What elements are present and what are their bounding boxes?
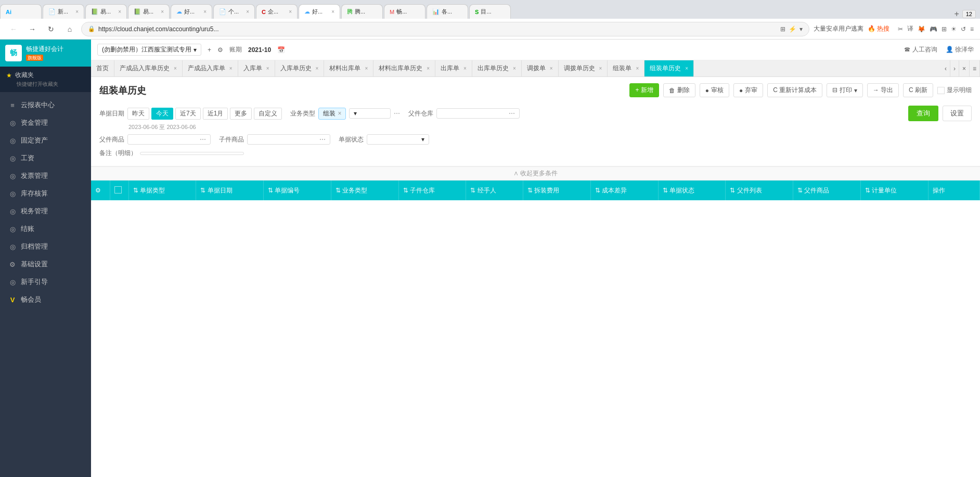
th-bill-date[interactable]: ⇅ 单据日期 [196, 181, 264, 200]
tab-assembly[interactable]: 组装单 × [608, 60, 644, 77]
th-parent-goods[interactable]: ⇅ 父件商品 [793, 181, 861, 200]
tab-close-icon[interactable]: × [599, 66, 602, 71]
th-bill-type[interactable]: ⇅ 单据类型 [128, 181, 196, 200]
new-tab-icon[interactable]: + [954, 9, 959, 19]
tab-ai[interactable]: Ai [0, 4, 42, 19]
dropdown-icon[interactable]: ▾ [800, 25, 803, 33]
child-goods-input[interactable]: ⋯ [247, 134, 330, 145]
abandon-button[interactable]: ● 弃审 [733, 83, 763, 97]
scissors-icon[interactable]: ✂ [898, 25, 903, 33]
tab-out-bill[interactable]: 出库单 × [435, 60, 472, 77]
sidebar-item-tax[interactable]: ◎ 税务管理 [0, 202, 91, 220]
set-button[interactable]: 设置 [943, 106, 972, 121]
recalc-button[interactable]: C 重新计算成本 [767, 83, 822, 97]
th-child-warehouse[interactable]: ⇅ 子件仓库 [398, 181, 466, 200]
new-button[interactable]: + 新增 [629, 83, 659, 97]
tab-more-menu[interactable]: ≡ [970, 60, 980, 77]
translate-icon[interactable]: 译 [907, 24, 913, 33]
nav-refresh[interactable]: ↻ [44, 22, 58, 36]
audit-button[interactable]: ● 审核 [700, 83, 729, 97]
tab-yi1[interactable]: 📗易...× [85, 4, 127, 19]
sun-icon[interactable]: ☀ [951, 25, 957, 33]
print-button[interactable]: ⊟ 打印 ▾ [827, 83, 862, 97]
user-avatar[interactable]: 👤 徐泽华 [946, 45, 974, 54]
tab-teng[interactable]: 腾腾... [341, 4, 383, 19]
nav-forward[interactable]: → [25, 22, 40, 36]
tab-qi[interactable]: C企...× [256, 4, 298, 19]
th-settings[interactable]: ⚙ [91, 181, 110, 200]
sidebar-item-invoice[interactable]: ◎ 发票管理 [0, 167, 91, 185]
child-goods-more-icon[interactable]: ⋯ [319, 136, 326, 143]
tab-scroll-right[interactable]: › [950, 60, 959, 77]
sidebar-item-salary[interactable]: ◎ 工资 [0, 149, 91, 167]
sidebar-item-inventory[interactable]: ◎ 库存核算 [0, 185, 91, 202]
delete-button[interactable]: 🗑 删除 [663, 83, 695, 97]
display-toggle[interactable]: 显示明细 [937, 86, 972, 95]
table-settings-icon[interactable]: ⚙ [95, 187, 101, 194]
select-all-checkbox[interactable] [114, 186, 122, 194]
bill-status-select[interactable]: ▾ [367, 134, 429, 145]
date-btn-yesterday[interactable]: 昨天 [127, 108, 149, 120]
collapse-bar[interactable]: ∧ 收起更多条件 [91, 166, 980, 181]
biz-type-select[interactable]: ▾ [349, 108, 391, 119]
tab-hao2[interactable]: ☁好...× [299, 4, 340, 19]
parent-goods-more-icon[interactable]: ⋯ [200, 136, 206, 143]
tab-in-bill[interactable]: 入库单 × [238, 60, 275, 77]
sidebar-item-member[interactable]: V 畅会员 [0, 291, 91, 308]
game-icon[interactable]: 🎮 [930, 25, 937, 33]
sidebar-item-archive[interactable]: ◎ 归档管理 [0, 238, 91, 255]
nav-back[interactable]: ← [6, 22, 21, 36]
date-btn-today[interactable]: 今天 [151, 108, 173, 120]
tab-ge[interactable]: 📄个...× [213, 4, 255, 19]
tab-ge2[interactable]: 📊各... [427, 4, 468, 19]
biz-type-tag-close[interactable]: × [338, 110, 341, 117]
sidebar-item-settlement[interactable]: ◎ 结账 [0, 220, 91, 238]
tab-chang[interactable]: M畅... [384, 4, 425, 19]
date-btn-custom[interactable]: 自定义 [254, 108, 282, 120]
note-input[interactable] [140, 152, 244, 155]
address-bar[interactable]: 🔒 https://cloud.chanjet.com/accounting/u… [81, 22, 809, 36]
th-parent-list[interactable]: ⇅ 父件列表 [726, 181, 793, 200]
biz-type-more[interactable]: ⋯ [394, 110, 400, 117]
tab-scroll-left[interactable]: ‹ [942, 60, 950, 77]
calendar-icon[interactable]: 📅 [277, 46, 285, 54]
tab-close-icon[interactable]: × [427, 66, 430, 71]
tab-close-icon[interactable]: × [685, 66, 688, 71]
tab-close-icon[interactable]: × [463, 66, 467, 71]
company-selector[interactable]: (勿删勿禁用）江西服宝测试专用 ▾ [97, 44, 201, 56]
date-btn-7days[interactable]: 近7天 [175, 108, 201, 120]
undo-icon[interactable]: ↺ [961, 25, 966, 33]
th-bill-no[interactable]: ⇅ 单据编号 [264, 181, 331, 200]
tab-yi2[interactable]: 📗易...× [128, 4, 170, 19]
th-unit[interactable]: ⇅ 计量单位 [860, 181, 928, 200]
date-btn-more[interactable]: 更多 [230, 108, 252, 120]
add-company-icon[interactable]: + [208, 46, 211, 54]
th-biz-type[interactable]: ⇅ 业务类型 [331, 181, 398, 200]
export-button[interactable]: → 导出 [867, 83, 899, 97]
tab-close-icon[interactable]: × [550, 66, 553, 71]
tab-close-icon[interactable]: × [229, 66, 233, 71]
parent-goods-input[interactable]: ⋯ [127, 134, 211, 145]
flash-icon[interactable]: ⚡ [789, 25, 796, 33]
tab-finished-product-in[interactable]: 产成品入库单 × [183, 60, 238, 77]
qr-icon[interactable]: ⊞ [780, 25, 785, 33]
query-button[interactable]: 查询 [908, 106, 938, 121]
tab-material-out[interactable]: 材料出库单 × [324, 60, 373, 77]
th-bill-status[interactable]: ⇅ 单据状态 [658, 181, 726, 200]
display-checkbox[interactable] [937, 87, 945, 94]
tab-in-bill-history[interactable]: 入库单历史 × [275, 60, 325, 77]
th-checkbox[interactable] [110, 181, 128, 200]
sidebar-item-fixed-assets[interactable]: ◎ 固定资产 [0, 132, 91, 149]
tab-close-icon[interactable]: × [174, 66, 177, 71]
parent-warehouse-input[interactable]: ⋯ [436, 108, 520, 119]
settings-cog-icon[interactable]: ⚙ [217, 46, 223, 54]
sidebar-item-fund[interactable]: ◎ 资金管理 [0, 114, 91, 132]
tab-home[interactable]: 首页 [91, 60, 114, 77]
parent-warehouse-more-icon[interactable]: ⋯ [509, 110, 515, 117]
th-cost-diff[interactable]: ⇅ 成本差异 [590, 181, 658, 200]
date-btn-1month[interactable]: 近1月 [203, 108, 228, 120]
th-disassembly-fee[interactable]: ⇅ 拆装费用 [523, 181, 591, 200]
tab-close-icon[interactable]: × [266, 66, 269, 71]
refresh-button[interactable]: C 刷新 [903, 83, 933, 97]
tab-mu[interactable]: S目... [469, 4, 511, 19]
